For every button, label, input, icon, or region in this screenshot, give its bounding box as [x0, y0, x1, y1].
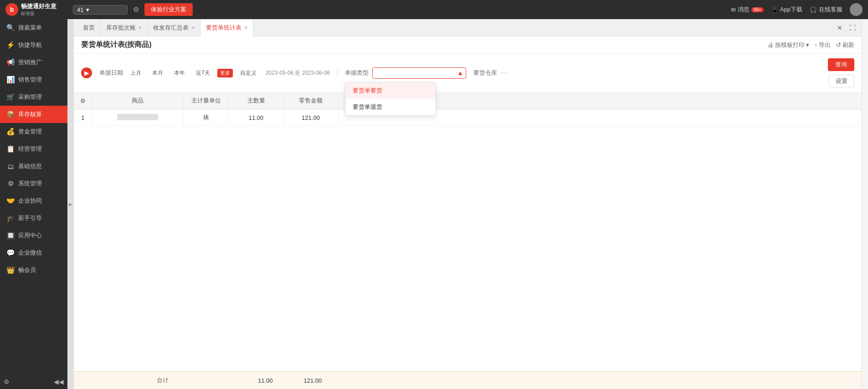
- sidebar-item-system[interactable]: ⚙ 系统管理: [0, 175, 67, 192]
- refresh-button[interactable]: ↺ 刷新: [836, 41, 854, 49]
- type-select-wrapper: ▲: [372, 67, 466, 79]
- logo-text: 畅捷通好生意 标准版: [21, 3, 56, 16]
- custom-date-button[interactable]: 自定义: [236, 68, 260, 78]
- company-selector[interactable]: 41 ▾: [73, 5, 128, 15]
- warehouse-more-icon[interactable]: ···: [501, 69, 507, 77]
- more-badge[interactable]: 更多: [217, 69, 233, 77]
- sidebar-label-purchase: 采购管理: [18, 93, 42, 101]
- dropdown-item-return[interactable]: 要货单退货: [345, 99, 436, 115]
- sidebar-item-shortcuts[interactable]: ⚡ 快捷导航: [0, 36, 67, 54]
- prev-month-button[interactable]: 上月: [127, 68, 145, 78]
- top-header: b 畅捷通好生意 标准版 41 ▾ ⚙ 体验行业方案 ✉ 消息 99+ 📱 Ap…: [0, 0, 868, 19]
- sidebar-label-guide: 新手引导: [18, 214, 42, 222]
- money-icon: 💰: [6, 128, 15, 136]
- sidebar-item-marketing[interactable]: 📢 营销推广: [0, 54, 67, 71]
- sidebar-item-sales[interactable]: 📊 销售管理: [0, 71, 67, 88]
- type-select-input[interactable]: [372, 67, 466, 79]
- guide-icon: 🎓: [6, 214, 15, 222]
- warehouse-filter-group: 要货仓库 ···: [473, 69, 507, 77]
- sidebar-item-members[interactable]: 👑 畅会员: [0, 261, 67, 279]
- query-button[interactable]: 查询: [828, 58, 854, 71]
- service-label: 在线客服: [819, 5, 842, 14]
- sidebar-item-operations[interactable]: 📋 经营管理: [0, 140, 67, 158]
- sidebar-item-search[interactable]: 🔍 搜索菜单: [0, 19, 67, 36]
- tab-receivables-summary[interactable]: 收发存汇总表 ×: [148, 19, 200, 36]
- tab-actions: ✕ ⛶: [834, 22, 858, 33]
- tab-order-stats[interactable]: 要货单统计表 ×: [200, 19, 253, 36]
- cell-unit: 块: [183, 109, 229, 126]
- sidebar-label-sales: 销售管理: [18, 76, 42, 84]
- sidebar-label-members: 畅会员: [18, 266, 36, 274]
- export-button[interactable]: ↑ 导出: [815, 41, 831, 49]
- sidebar-item-finance[interactable]: 💰 资金管理: [0, 123, 67, 140]
- col-header-product: 商品: [92, 92, 183, 109]
- sidebar-item-appstore[interactable]: 🔲 应用中心: [0, 227, 67, 244]
- dropdown-item-order[interactable]: 要货单要货: [345, 82, 436, 99]
- filter-toggle-button[interactable]: ▶: [81, 67, 92, 78]
- print-template-button[interactable]: 🖨 按模板打印 ▾: [768, 41, 809, 49]
- logo-area: b 畅捷通好生意 标准版: [5, 3, 73, 16]
- last7-button[interactable]: 近7天: [192, 68, 214, 78]
- tab-receivables-close[interactable]: ×: [191, 25, 195, 31]
- avatar[interactable]: [850, 3, 863, 16]
- col-header-qty: 主数量: [229, 92, 283, 109]
- clipboard-icon: 📋: [6, 145, 15, 153]
- chevron-down-icon: ▾: [86, 6, 89, 13]
- tab-order-stats-close[interactable]: ×: [244, 25, 247, 31]
- date-range-display: 2023-05-06 至 2023-06-06: [266, 69, 330, 77]
- logo-icon: b: [5, 3, 18, 16]
- tab-inventory-batch-close[interactable]: ×: [139, 25, 142, 31]
- gear-icon[interactable]: ⚙: [133, 5, 139, 14]
- sidebar-label-cooperation: 企业协同: [18, 197, 42, 205]
- settings-icon: ⚙: [6, 179, 15, 188]
- page-header: 要货单统计表(按商品) 🖨 按模板打印 ▾ ↑ 导出 ↺ 刷新: [74, 36, 862, 54]
- online-service-button[interactable]: 🎧 在线客服: [810, 5, 842, 14]
- tab-maximize-button[interactable]: ⛶: [847, 22, 858, 33]
- curr-month-button[interactable]: 本月: [149, 68, 167, 78]
- messages-badge: 99+: [751, 7, 764, 12]
- tab-bar: 首页 库存批次账 × 收发存汇总表 × 要货单统计表 × ✕ ⛶: [74, 19, 862, 36]
- apps-icon: 🔲: [6, 231, 15, 240]
- trial-button[interactable]: 体验行业方案: [144, 3, 193, 16]
- sidebar-item-guide[interactable]: 🎓 新手引导: [0, 210, 67, 227]
- footer-label: 合计: [157, 376, 169, 384]
- col-header-amount: 零售金额: [283, 92, 338, 109]
- cell-amount: 121.00: [283, 109, 338, 126]
- tab-inventory-batch[interactable]: 库存批次账 ×: [101, 19, 148, 36]
- sidebar-label-inventory: 库存核算: [18, 110, 42, 118]
- filter-divider: [337, 68, 338, 77]
- date-filter-label: 单据日期: [99, 69, 123, 77]
- type-filter-group: 单据类型 ▲ 要货单要货 要货单退货: [345, 67, 466, 79]
- tab-order-stats-label: 要货单统计表: [206, 24, 241, 32]
- folder-icon: 🗂: [6, 163, 15, 170]
- sidebar-item-basics[interactable]: 🗂 基础信息: [0, 158, 67, 175]
- type-dropdown: 要货单要货 要货单退货: [345, 82, 436, 116]
- messages-button[interactable]: ✉ 消息 99+: [731, 5, 764, 14]
- product-placeholder: [117, 114, 158, 120]
- table-header-row: ⚙ 商品 主计量单位 主数量 零售金额: [74, 92, 862, 109]
- sidebar-collapse-icon[interactable]: ◀◀: [54, 378, 64, 385]
- sidebar-label-appstore: 应用中心: [18, 231, 42, 240]
- data-table: ⚙ 商品 主计量单位 主数量 零售金额 1: [74, 92, 862, 126]
- sidebar-label-marketing: 营销推广: [18, 58, 42, 67]
- cart-icon: 🛒: [6, 93, 15, 101]
- sidebar-item-wechat[interactable]: 💬 企业微信: [0, 244, 67, 261]
- message-icon: ✉: [731, 6, 736, 13]
- dropdown-arrow-icon: ▾: [806, 41, 809, 48]
- filter-bar: ▶ 单据日期 上月 本月 本年 近7天 更多 自定义 2023-05-06 至 …: [74, 54, 862, 92]
- phone-icon: 📱: [771, 6, 778, 13]
- sidebar-item-cooperation[interactable]: 🤝 企业协同: [0, 192, 67, 210]
- settings-button[interactable]: 设置: [829, 75, 854, 87]
- footer-amount: 121.00: [304, 377, 322, 384]
- logo-main: 畅捷通好生意: [21, 3, 56, 10]
- sidebar-settings-icon[interactable]: ⚙: [4, 378, 10, 385]
- type-filter-label: 单据类型: [345, 69, 369, 77]
- app-download-button[interactable]: 📱 App下载: [771, 5, 802, 14]
- sidebar-item-purchase[interactable]: 🛒 采购管理: [0, 88, 67, 106]
- sidebar-collapse-strip[interactable]: ▶: [67, 19, 74, 389]
- col-header-settings[interactable]: ⚙: [74, 92, 92, 109]
- curr-year-button[interactable]: 本年: [170, 68, 189, 78]
- tab-close-all-button[interactable]: ✕: [834, 22, 845, 33]
- sidebar-item-inventory[interactable]: 📦 库存核算: [0, 106, 67, 123]
- tab-home[interactable]: 首页: [77, 19, 101, 36]
